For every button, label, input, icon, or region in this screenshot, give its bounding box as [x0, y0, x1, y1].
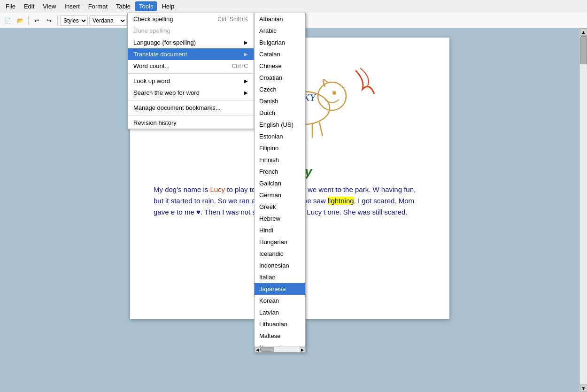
word-count-label: Word count...	[133, 62, 170, 69]
lang-hungarian[interactable]: Hungarian	[255, 236, 305, 248]
menubar-tools[interactable]: Tools	[135, 1, 157, 11]
lang-filipino[interactable]: Filipino	[255, 142, 305, 154]
tools-menu[interactable]: Check spelling Ctrl+Shift+K Done spellin…	[127, 13, 254, 129]
styles-dropdown[interactable]: Styles	[60, 15, 88, 26]
lang-korean[interactable]: Korean	[255, 295, 305, 307]
menu-language-spelling[interactable]: Language (for spelling) ▶	[128, 37, 254, 48]
translate-submenu[interactable]: Albanian Arabic Bulgarian Catalan Chines…	[254, 13, 306, 353]
translate-hscrollbar[interactable]: ◀ ▶	[255, 346, 305, 352]
menu-sep-3	[128, 115, 254, 115]
toolbar-undo[interactable]: ↩	[31, 15, 42, 26]
menubar-file[interactable]: File	[2, 1, 19, 11]
lang-icelandic[interactable]: Icelandic	[255, 248, 305, 260]
lang-norwegian[interactable]: Norwegian	[255, 342, 305, 346]
menu-check-spelling[interactable]: Check spelling Ctrl+Shift+K	[128, 13, 254, 25]
lang-dutch[interactable]: Dutch	[255, 107, 305, 119]
menu-translate-document[interactable]: Translate document ▶	[128, 48, 254, 60]
menu-sep-2	[128, 100, 254, 100]
lang-arabic[interactable]: Arabic	[255, 25, 305, 37]
menubar-table[interactable]: Table	[112, 1, 134, 11]
right-scrollbar[interactable]: ▲ ▼	[579, 28, 587, 392]
menubar-insert[interactable]: Insert	[61, 1, 84, 11]
done-spelling-label: Done spelling	[133, 27, 170, 34]
lang-english-us[interactable]: English (US)	[255, 119, 305, 131]
revision-history-label: Revision history	[133, 119, 177, 126]
toolbar-new[interactable]: 📄	[2, 15, 13, 26]
translate-language-list[interactable]: Albanian Arabic Bulgarian Catalan Chines…	[255, 13, 305, 346]
hscroll-track	[260, 347, 300, 352]
translate-document-label: Translate document	[133, 51, 187, 58]
menu-revision-history[interactable]: Revision history	[128, 117, 254, 129]
look-up-word-arrow-icon: ▶	[244, 78, 248, 84]
lang-german[interactable]: German	[255, 189, 305, 201]
scrollbar-up-arrow[interactable]: ▲	[580, 28, 587, 36]
menubar-edit[interactable]: Edit	[20, 1, 38, 11]
lang-chinese[interactable]: Chinese	[255, 60, 305, 72]
svg-point-11	[332, 91, 336, 95]
scrollbar-down-arrow[interactable]: ▼	[580, 384, 587, 392]
scrollbar-thumb[interactable]	[580, 36, 587, 64]
lang-lithuanian[interactable]: Lithuanian	[255, 318, 305, 330]
menubar: File Edit View Insert Format Table Tools…	[0, 0, 587, 13]
toolbar-open[interactable]: 📂	[15, 15, 26, 26]
translate-arrow-icon: ▶	[244, 52, 248, 57]
font-dropdown[interactable]: Verdana	[89, 15, 127, 26]
lang-greek[interactable]: Greek	[255, 201, 305, 213]
menu-look-up-word[interactable]: Look up word ▶	[128, 75, 254, 87]
lang-estonian[interactable]: Estonian	[255, 131, 305, 142]
svg-line-15	[319, 122, 323, 136]
menu-manage-bookmarks[interactable]: Manage document bookmarks...	[128, 102, 254, 114]
lang-hebrew[interactable]: Hebrew	[255, 213, 305, 224]
lang-hindi[interactable]: Hindi	[255, 224, 305, 236]
hscroll-right-arrow[interactable]: ▶	[300, 347, 305, 353]
language-spelling-label: Language (for spelling)	[133, 39, 196, 46]
menu-done-spelling: Done spelling	[128, 25, 254, 37]
lang-galician[interactable]: Galician	[255, 177, 305, 189]
lang-finnish[interactable]: Finnish	[255, 154, 305, 166]
hscroll-left-arrow[interactable]: ◀	[255, 347, 260, 353]
menu-word-count[interactable]: Word count... Ctrl+C	[128, 60, 254, 72]
lang-latvian[interactable]: Latvian	[255, 307, 305, 318]
menubar-view[interactable]: View	[39, 1, 60, 11]
lang-danish[interactable]: Danish	[255, 95, 305, 107]
toolbar-sep-2	[57, 16, 58, 25]
language-arrow-icon: ▶	[244, 40, 248, 45]
lang-maltese[interactable]: Maltese	[255, 330, 305, 342]
menu-search-web-word[interactable]: Search the web for word ▶	[128, 87, 254, 99]
lang-indonesian[interactable]: Indonesian	[255, 260, 305, 271]
lang-french[interactable]: French	[255, 166, 305, 177]
lang-croatian[interactable]: Croatian	[255, 72, 305, 84]
check-spelling-shortcut: Ctrl+Shift+K	[217, 16, 248, 23]
lang-czech[interactable]: Czech	[255, 84, 305, 95]
check-spelling-label: Check spelling	[133, 15, 173, 23]
hscroll-thumb[interactable]	[260, 347, 274, 352]
lang-albanian[interactable]: Albanian	[255, 13, 305, 25]
menubar-format[interactable]: Format	[85, 1, 111, 11]
menubar-help[interactable]: Help	[158, 1, 178, 11]
menu-sep-1	[128, 73, 254, 74]
word-count-shortcut: Ctrl+C	[232, 63, 248, 69]
lang-catalan[interactable]: Catalan	[255, 48, 305, 60]
scrollbar-track	[580, 36, 587, 384]
toolbar-redo[interactable]: ↪	[44, 15, 55, 26]
lang-bulgarian[interactable]: Bulgarian	[255, 37, 305, 48]
toolbar-sep-1	[28, 16, 29, 25]
lang-italian[interactable]: Italian	[255, 271, 305, 283]
lang-japanese[interactable]: Japanese	[255, 283, 305, 295]
manage-bookmarks-label: Manage document bookmarks...	[133, 104, 221, 111]
search-web-word-label: Search the web for word	[133, 89, 200, 96]
search-web-arrow-icon: ▶	[244, 90, 248, 95]
look-up-word-label: Look up word	[133, 77, 170, 85]
